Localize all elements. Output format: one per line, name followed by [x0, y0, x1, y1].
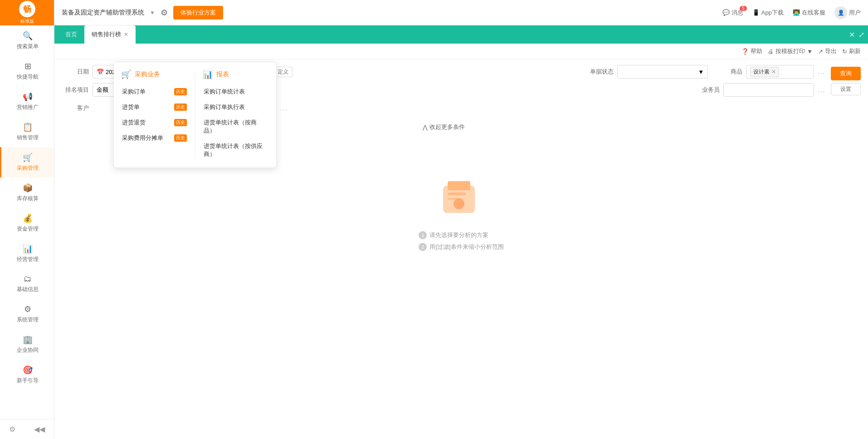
- topbar-right: 💬 消息 5 📱 App下载 👨‍💻 在线客服 👤 用户: [722, 6, 861, 19]
- salesperson-dots[interactable]: ...: [818, 87, 825, 94]
- empty-text: 1 请先选择要分析的方案 2 用[过滤]条件来缩小分析范围: [419, 229, 503, 253]
- report-col-title-label: 报表: [216, 70, 229, 79]
- status-dropdown-icon: ▼: [698, 69, 704, 75]
- purchase-order-label: 采购订单: [122, 88, 146, 96]
- purchase-order-badge: 历史: [174, 88, 187, 95]
- online-service-btn[interactable]: 👨‍💻 在线客服: [793, 9, 825, 17]
- sidebar-item-system-label: 系统管理: [17, 316, 39, 324]
- tab-home-label: 首页: [65, 30, 77, 39]
- purchase-expense-badge: 历史: [174, 134, 187, 142]
- tab-home[interactable]: 首页: [58, 25, 84, 44]
- sidebar-item-guide-label: 新手引导: [17, 377, 39, 385]
- query-btn[interactable]: 查询: [831, 67, 861, 80]
- logo-char: 畅: [23, 4, 31, 15]
- industry-btn[interactable]: 体验行业方案: [173, 6, 223, 20]
- sidebar-item-search[interactable]: 🔍 搜索菜单: [0, 25, 54, 56]
- topbar: 装备及固定资产辅助管理系统 ▼ ⚙ 体验行业方案 💬 消息 5 📱 App下载 …: [54, 0, 868, 25]
- sidebar-item-purchase[interactable]: 🛒 采购管理: [0, 147, 54, 178]
- sidebar-item-enterprise[interactable]: 🏢 企业协同: [0, 329, 54, 360]
- sidebar-item-enterprise-label: 企业协同: [17, 346, 39, 354]
- svg-point-2: [454, 198, 464, 209]
- message-icon: 💬: [722, 9, 730, 16]
- sidebar-item-operations[interactable]: 📊 经营管理: [0, 238, 54, 269]
- tab-close-icon[interactable]: ✕: [124, 31, 128, 38]
- setting-btn[interactable]: 设置: [831, 83, 861, 95]
- sidebar-item-quick-nav[interactable]: ⊞ 快捷导航: [0, 56, 54, 86]
- collapse-up-icon: ⋀: [423, 124, 428, 131]
- inbound-return-label: 进货退货: [122, 118, 146, 127]
- goods-dots[interactable]: ...: [818, 69, 825, 75]
- purchase-col-title: 🛒 采购业务: [117, 68, 191, 84]
- sidebar-item-finance[interactable]: 💰 资金管理: [0, 208, 54, 238]
- calendar-icon: 📅: [97, 69, 104, 75]
- app-download-btn[interactable]: 📱 App下载: [752, 9, 784, 17]
- tab-close-all-icon[interactable]: ✕: [849, 30, 855, 39]
- purchase-order-item[interactable]: 采购订单 历史: [117, 84, 191, 99]
- tab-sales-ranking[interactable]: 销售排行榜 ✕: [84, 25, 136, 44]
- help-btn[interactable]: ❓ 帮助: [741, 47, 762, 55]
- sidebar-item-quick-nav-label: 快捷导航: [17, 73, 39, 81]
- enterprise-icon: 🏢: [23, 335, 33, 345]
- inbound-order-item[interactable]: 进货单 历史: [117, 99, 191, 115]
- customer-label: 客户: [62, 104, 89, 112]
- svg-rect-4: [448, 198, 461, 200]
- export-btn[interactable]: ↗ 导出: [818, 47, 837, 55]
- print-label: 按模板打印: [775, 47, 805, 55]
- sidebar-item-finance-label: 资金管理: [17, 225, 39, 233]
- message-btn[interactable]: 💬 消息 5: [722, 9, 743, 17]
- salesperson-input[interactable]: [723, 83, 814, 97]
- query-btns: 查询 设置: [831, 67, 861, 95]
- settings-bottom-icon[interactable]: ⚙: [9, 425, 15, 434]
- sidebar-item-marketing[interactable]: 📢 营销推广: [0, 86, 54, 117]
- tab-expand-icon[interactable]: ⤢: [858, 30, 864, 39]
- guide-icon: 🎯: [23, 365, 33, 375]
- collapse-label: 收起更多条件: [429, 123, 465, 131]
- refresh-btn[interactable]: ↻ 刷新: [842, 47, 861, 55]
- purchase-order-stat-item[interactable]: 采购订单统计表: [199, 84, 273, 99]
- salesperson-label: 业务员: [692, 86, 720, 94]
- purchase-order-exec-item[interactable]: 采购订单执行表: [199, 99, 273, 115]
- goods-tag-label: 设计素: [753, 68, 770, 76]
- goods-tag-close[interactable]: ✕: [771, 69, 776, 75]
- inbound-return-item[interactable]: 进货退货 历史: [117, 115, 191, 130]
- sidebar-item-marketing-label: 营销推广: [17, 104, 39, 111]
- print-icon: 🖨: [768, 48, 774, 55]
- user-btn[interactable]: 👤 用户: [834, 6, 861, 19]
- goods-label: 商品: [715, 68, 742, 76]
- avatar: 👤: [834, 6, 847, 19]
- refresh-icon: ↻: [842, 48, 847, 55]
- service-icon: 👨‍💻: [793, 9, 800, 16]
- goods-input[interactable]: 设计素 ✕: [746, 65, 814, 79]
- sidebar-item-guide[interactable]: 🎯 新手引导: [0, 360, 54, 390]
- sidebar-item-basic-info[interactable]: 🗂 基础信息: [0, 269, 54, 299]
- collapse-sidebar-icon[interactable]: ◀◀: [34, 425, 45, 434]
- basic-info-icon: 🗂: [24, 274, 32, 284]
- inbound-stat-goods-item[interactable]: 进货单统计表（按商品）: [199, 115, 273, 138]
- purchase-order-stat-label: 采购订单统计表: [204, 88, 245, 96]
- inventory-icon: 📦: [23, 183, 33, 193]
- print-btn[interactable]: 🖨 按模板打印 ▼: [768, 47, 813, 55]
- inbound-stat-goods-label: 进货单统计表（按商品）: [204, 118, 268, 135]
- inbound-stat-supplier-item[interactable]: 进货单统计表（按供应商）: [199, 138, 273, 162]
- purchase-col-icon: 🛒: [121, 69, 131, 79]
- filter-toolbar: ❓ 帮助 🖨 按模板打印 ▼ ↗ 导出 ↻ 刷新: [54, 44, 868, 59]
- step2-text: 用[过滤]条件来缩小分析范围: [429, 241, 503, 253]
- sidebar-logo: 畅 标准版: [0, 0, 54, 25]
- empty-illustration: [434, 177, 488, 222]
- sidebar-item-inventory[interactable]: 📦 库存核算: [0, 178, 54, 208]
- purchase-expense-item[interactable]: 采购费用分摊单 历史: [117, 130, 191, 146]
- export-icon: ↗: [818, 48, 823, 55]
- sidebar-item-sales[interactable]: 📋 销售管理: [0, 117, 54, 147]
- filter-main-right: 查询 设置: [831, 65, 861, 135]
- inbound-order-label: 进货单: [122, 103, 140, 111]
- main-content: 装备及固定资产辅助管理系统 ▼ ⚙ 体验行业方案 💬 消息 5 📱 App下载 …: [54, 0, 868, 439]
- purchase-col: 🛒 采购业务 采购订单 历史 进货单 历史 进货退货 历史: [114, 68, 195, 162]
- refresh-label: 刷新: [849, 47, 861, 55]
- collapse-btn[interactable]: ⋀ 收起更多条件: [423, 123, 465, 131]
- status-select[interactable]: ▼: [617, 65, 708, 79]
- topbar-setting-icon[interactable]: ⚙: [161, 8, 168, 18]
- topbar-dropdown[interactable]: ▼: [150, 10, 155, 16]
- ranking-value: 金额: [97, 86, 108, 94]
- customer-dots[interactable]: ...: [280, 105, 288, 112]
- sidebar-item-system[interactable]: ⚙ 系统管理: [0, 299, 54, 329]
